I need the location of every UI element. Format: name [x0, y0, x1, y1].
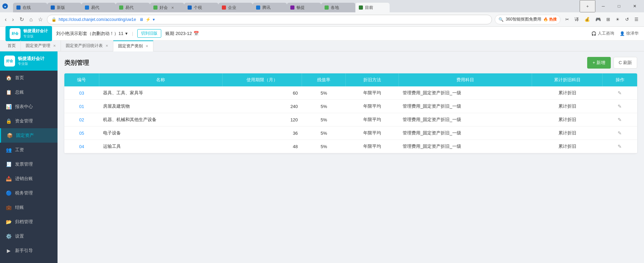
search-icon: 🔍 [498, 17, 504, 22]
search-area[interactable]: 🔍 360智能抠图免费用 🔥 热搜 [495, 15, 560, 24]
back-btn[interactable]: ‹ [3, 15, 8, 24]
forward-btn[interactable]: › [11, 15, 15, 24]
address-text: https://cloud.chanjet.com/accounting/uw1… [59, 17, 136, 22]
nav-bar: ‹ › ↻ ⌂ ☆ 🔒 https://cloud.chanjet.com/ac… [0, 12, 644, 27]
browser-tab-t6[interactable]: 个税 [184, 3, 218, 12]
sidebar-item-tax[interactable]: 🔵税务管理 [0, 186, 58, 200]
bookmark-btn[interactable]: ☆ [37, 15, 44, 24]
col-header-1: 名称 [99, 73, 222, 86]
browser-tab-t8[interactable]: 腾讯 [253, 3, 287, 12]
app-tab-fixed-mgmt-tab[interactable]: 固定资产管理✕ [21, 40, 61, 51]
app-tab-category-tab[interactable]: 固定资产类别✕ [113, 40, 153, 51]
app-tab-home-tab[interactable]: 首页 [3, 40, 21, 51]
brightness-btn[interactable]: ☀ [614, 16, 622, 23]
browser-window-bar: ● 在线新版易代易代好会✕个税企业腾讯畅提各地目前 ＋ ─ □ ✕ [0, 0, 644, 12]
reload-btn[interactable]: ↻ [18, 15, 25, 24]
sidebar-item-guide[interactable]: ▶新手引导 [0, 243, 58, 258]
edit-icon[interactable]: ✎ [618, 90, 622, 96]
add-btn[interactable]: + 新增 [587, 57, 611, 69]
edit-icon[interactable]: ✎ [618, 144, 622, 149]
undo-btn[interactable]: ↺ [623, 16, 631, 23]
close-btn[interactable]: ✕ [627, 0, 643, 12]
menu-btn[interactable]: ☰ [632, 16, 641, 23]
sidebar-item-checkout[interactable]: 💼结账 [0, 200, 58, 215]
browser-tab-t9[interactable]: 畅提 [287, 3, 321, 12]
tab-close-icon[interactable]: ✕ [146, 44, 148, 48]
col-header-0: 编号 [64, 73, 99, 86]
sidebar-logo: 好会畅捷通好会计专业版 [0, 51, 58, 71]
user-info[interactable]: 👤 徐泽华 [620, 31, 639, 36]
company-selector[interactable]: 刘小艳演示彩套（勿删勿动！）11 ▾ [56, 31, 128, 37]
grid-btn[interactable]: ⊞ [604, 16, 612, 23]
cell-action[interactable]: ✎ [603, 86, 637, 100]
sidebar-item-archive[interactable]: 📂归档管理 [0, 215, 58, 229]
game-btn[interactable]: 🎮 [593, 16, 603, 23]
cell-residual: 5% [302, 100, 346, 113]
tab-close-icon[interactable]: ✕ [105, 44, 108, 48]
cell-method: 年限平均 [346, 100, 399, 113]
cell-code: 01 [64, 100, 99, 113]
table-row: 02机器、机械和其他生产设备1205%年限平均管理费用_固定资产折旧_一级累计折… [64, 113, 637, 127]
sidebar-item-salary[interactable]: 👥工资 [0, 143, 58, 157]
address-bar[interactable]: 🔒 https://cloud.chanjet.com/accounting/u… [47, 15, 492, 24]
edit-icon[interactable]: ✎ [618, 104, 622, 109]
sidebar-item-home[interactable]: 🏠首页 [0, 71, 58, 85]
sidebar-icon-ledger: 📋 [5, 89, 12, 95]
sidebar-item-fixed[interactable]: 📦固定资产 [0, 128, 58, 143]
user-name: 徐泽华 [626, 31, 639, 36]
scissors-btn[interactable]: ✂ [563, 16, 571, 23]
sidebar-item-settings[interactable]: ⚙️设置 [0, 229, 58, 243]
period-selector[interactable]: 账期 2023-12 📅 [165, 31, 199, 37]
browser-tab-t5[interactable]: 好会✕ [150, 3, 184, 12]
cell-action[interactable]: ✎ [603, 127, 637, 140]
refresh-btn[interactable]: C 刷新 [614, 57, 637, 69]
browser-tab-t4[interactable]: 易代 [116, 3, 150, 12]
home-btn[interactable]: ⌂ [28, 15, 34, 24]
cell-action[interactable]: ✎ [603, 100, 637, 113]
tab-close-icon[interactable]: ✕ [53, 44, 56, 48]
sidebar-item-purchase[interactable]: 📥进销台账 [0, 171, 58, 186]
switch-version-btn[interactable]: 切到旧版 [137, 29, 161, 38]
browser-tab-t2[interactable]: 新版 [47, 3, 81, 12]
sidebar-label-home: 首页 [15, 75, 24, 81]
col-header-5: 费用科目 [399, 73, 532, 86]
logo-sub: 专业版 [23, 34, 48, 39]
cell-depreciation: 累计折旧 [532, 86, 603, 100]
service-btn[interactable]: 🎧 人工咨询 [591, 31, 614, 36]
browser-tab-t1[interactable]: 在线 [13, 3, 47, 12]
cell-name: 器具、工具、家具等 [99, 86, 222, 100]
cell-name: 机器、机械和其他生产设备 [99, 113, 222, 127]
sidebar-item-capital[interactable]: 🔒资金管理 [0, 114, 58, 128]
sidebar-item-reports[interactable]: 📊报表中心 [0, 99, 58, 114]
minimize-btn[interactable]: ─ [595, 0, 611, 12]
sidebar-icon-checkout: 💼 [5, 204, 12, 211]
content-area: 类别管理 + 新增 C 刷新 编号名称使用期限（月）残值率折旧方法费用科目累计折… [58, 51, 644, 263]
new-tab-btn[interactable]: ＋ [580, 0, 595, 12]
app-tabs-bar: 首页固定资产管理✕固定资产折旧统计表✕固定资产类别✕ [0, 40, 644, 51]
translate-btn[interactable]: 译 [572, 16, 581, 23]
browser-tab-t7[interactable]: 企业 [218, 3, 253, 12]
sidebar-label-invoice: 发票管理 [15, 161, 33, 167]
top-app-bar: 好会 畅捷通好会计 专业版 刘小艳演示彩套（勿删勿动！）11 ▾ | 切到旧版 … [0, 27, 644, 40]
cell-action[interactable]: ✎ [603, 140, 637, 153]
sidebar-item-invoice[interactable]: 🧾发票管理 [0, 157, 58, 171]
edit-icon[interactable]: ✎ [618, 130, 622, 136]
browser-tab-t3[interactable]: 易代 [81, 3, 116, 12]
col-header-2: 使用期限（月） [223, 73, 302, 86]
wallet-btn[interactable]: 💰 [582, 16, 592, 23]
app-tab-depreciation-tab[interactable]: 固定资产折旧统计表✕ [61, 40, 113, 51]
maximize-btn[interactable]: □ [611, 0, 627, 12]
cell-action[interactable]: ✎ [603, 113, 637, 127]
browser-tab-t10[interactable]: 各地 [321, 3, 355, 12]
sidebar: 好会畅捷通好会计专业版🏠首页📋总账📊报表中心🔒资金管理📦固定资产👥工资🧾发票管理… [0, 51, 58, 263]
lightning-icon: ⚡ [146, 17, 151, 22]
sidebar-item-ledger[interactable]: 📋总账 [0, 85, 58, 99]
top-bar-right: 🎧 人工咨询 👤 徐泽华 [591, 31, 639, 36]
browser-tab-t11[interactable]: 目前 [355, 3, 390, 12]
cell-expense: 管理费用_固定资产折旧_一级 [399, 127, 532, 140]
table-body: 03器具、工具、家具等605%年限平均管理费用_固定资产折旧_一级累计折旧✎01… [64, 86, 637, 153]
edit-icon[interactable]: ✎ [618, 117, 622, 122]
headset-icon: 🎧 [591, 31, 596, 36]
app-tab-label: 首页 [8, 43, 16, 49]
content-toolbar: 类别管理 + 新增 C 刷新 [64, 57, 637, 69]
